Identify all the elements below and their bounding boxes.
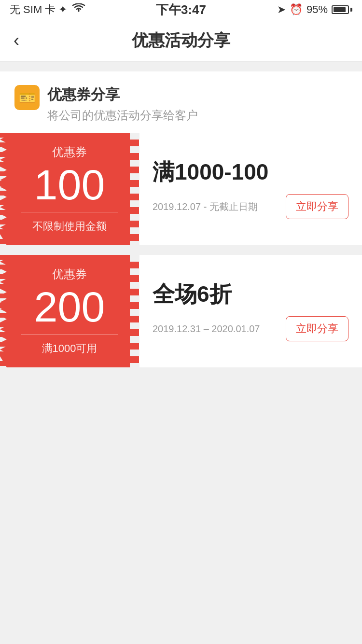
coupon-type-2: 优惠券 bbox=[52, 266, 87, 282]
wifi-icon bbox=[72, 3, 85, 16]
share-button-2[interactable]: 立即分享 bbox=[286, 316, 348, 341]
coupon-value-1: 100 bbox=[34, 164, 105, 206]
section-icon: 🎫 bbox=[14, 85, 40, 110]
empty-area bbox=[0, 387, 362, 628]
share-button-1[interactable]: 立即分享 bbox=[286, 194, 348, 219]
battery-percent: 95% bbox=[306, 3, 328, 16]
status-right: ➤ ⏰ 95% bbox=[277, 3, 352, 16]
alarm-icon: ⏰ bbox=[290, 3, 303, 16]
section-header-text: 优惠券分享 将公司的优惠活动分享给客户 bbox=[47, 85, 198, 123]
coupon-condition-2: 满1000可用 bbox=[42, 341, 97, 356]
coupon-type-1: 优惠券 bbox=[52, 144, 87, 160]
coupon-divider-2 bbox=[21, 334, 118, 335]
section-header: 🎫 优惠券分享 将公司的优惠活动分享给客户 bbox=[0, 71, 362, 133]
status-time: 下午3:47 bbox=[156, 1, 206, 18]
coupon-divider-1 bbox=[21, 212, 118, 212]
coupons-list: 优惠券 100 不限制使用金额 满1000-100 2019.12.07 - 无… bbox=[0, 133, 362, 387]
coupon-left-1: 优惠券 100 不限制使用金额 bbox=[0, 133, 139, 245]
coupon-bottom-row-1: 2019.12.07 - 无截止日期 立即分享 bbox=[153, 194, 348, 219]
coupon-name-1: 满1000-100 bbox=[153, 159, 348, 185]
coupon-date-1: 2019.12.07 - 无截止日期 bbox=[153, 200, 281, 213]
section-subtitle: 将公司的优惠活动分享给客户 bbox=[47, 108, 198, 123]
coupon-value-2: 200 bbox=[34, 286, 105, 328]
coupon-right-1: 满1000-100 2019.12.07 - 无截止日期 立即分享 bbox=[139, 133, 362, 245]
sim-label: 无 SIM 卡 ✦ bbox=[10, 2, 67, 17]
nav-bar: ‹ 优惠活动分享 bbox=[0, 19, 362, 62]
coupon-left-2: 优惠券 200 满1000可用 bbox=[0, 255, 139, 367]
location-icon: ➤ bbox=[277, 3, 286, 16]
page-title: 优惠活动分享 bbox=[132, 29, 230, 52]
status-bar: 无 SIM 卡 ✦ 下午3:47 ➤ ⏰ 95% bbox=[0, 0, 362, 19]
coupon-bottom-row-2: 2019.12.31 – 2020.01.07 立即分享 bbox=[153, 316, 348, 341]
coupon-card-1: 优惠券 100 不限制使用金额 满1000-100 2019.12.07 - 无… bbox=[0, 133, 362, 245]
battery-icon bbox=[332, 5, 352, 14]
coupon-date-2: 2019.12.31 – 2020.01.07 bbox=[153, 323, 281, 335]
coupon-right-2: 全场6折 2019.12.31 – 2020.01.07 立即分享 bbox=[139, 255, 362, 367]
section-title: 优惠券分享 bbox=[47, 85, 198, 105]
coupon-condition-1: 不限制使用金额 bbox=[32, 219, 107, 234]
coupon-name-2: 全场6折 bbox=[153, 281, 348, 308]
top-divider bbox=[0, 62, 362, 71]
back-button[interactable]: ‹ bbox=[14, 32, 19, 49]
coupon-card-2: 优惠券 200 满1000可用 全场6折 2019.12.31 – 2020.0… bbox=[0, 255, 362, 367]
status-left: 无 SIM 卡 ✦ bbox=[10, 2, 85, 17]
